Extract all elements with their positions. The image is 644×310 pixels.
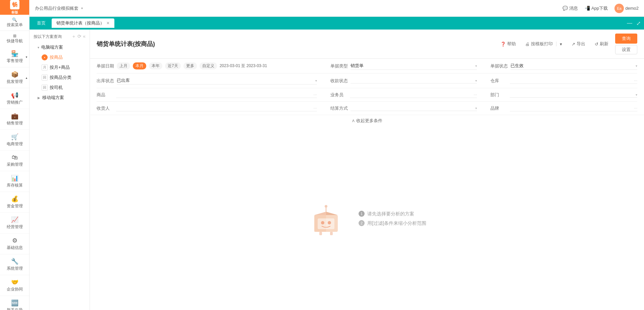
tree-item-by-goods-cat[interactable]: 回 按商品分类	[30, 72, 90, 83]
warehouse-dots: ···	[634, 78, 637, 83]
app-download-action[interactable]: 📲 App下载	[585, 5, 608, 11]
date-tag-this-month[interactable]: 本月	[133, 62, 146, 69]
app-logo: 畅 标版	[0, 0, 29, 15]
tab-close-icon[interactable]: ✕	[106, 21, 110, 25]
sidebar-item-purchase[interactable]: 🛍 采购管理	[0, 151, 29, 171]
panel-actions: ＋ ⟳ «	[71, 34, 86, 40]
doc-status-arrow: ▾	[636, 64, 637, 68]
collect-control[interactable]: ▾	[351, 78, 477, 84]
tab-home-label: 首页	[37, 20, 46, 26]
svg-point-3	[321, 221, 324, 224]
refresh-action[interactable]: ↺ 刷新	[592, 40, 611, 48]
empty-tip-2: 2 用[过滤]条件来缩小分析范围	[359, 218, 426, 228]
doc-status-value: 已生效	[511, 63, 636, 69]
tree-item-by-goods[interactable]: • 按商品	[30, 52, 90, 62]
warehouse-control[interactable]: ···	[510, 78, 637, 84]
sidebar-search[interactable]: 🔍 搜索菜单	[0, 15, 29, 31]
settle-label: 结算方式	[330, 105, 348, 111]
filter-area: 单据日期 上月 本月 本年 近7天 更多 自定义 2023-03-01 至 20…	[90, 59, 644, 115]
message-action[interactable]: 💬 消息	[562, 5, 578, 11]
sidebar-item-retail[interactable]: 🏪 零售管理	[0, 47, 29, 67]
sidebar-item-newbie[interactable]: 🆕 新手引导	[0, 296, 29, 310]
out-status-value: 已出库	[117, 78, 315, 84]
staff-control[interactable]: ···	[350, 92, 477, 98]
breadcrumb-text[interactable]: 办公用品行业模拟账套	[35, 5, 78, 11]
settings-button[interactable]: 设置	[615, 45, 637, 54]
refresh-label: 刷新	[600, 41, 608, 47]
sidebar-item-ecommerce[interactable]: 🛒 电商管理	[0, 130, 29, 151]
print-label-btn[interactable]: 🖨 按模板打印	[523, 40, 555, 48]
tree-goods-cat-icon: 回	[42, 74, 48, 81]
tree-pc-section[interactable]: ▾ 电脑端方案	[30, 42, 90, 52]
panel-title: 按以下方案查询	[34, 34, 62, 40]
date-tag-custom[interactable]: 自定义	[200, 62, 217, 69]
print-dropdown-btn[interactable]: ▾	[557, 40, 565, 48]
sidebar-quick-nav[interactable]: ⊞ 快捷导航	[0, 31, 29, 47]
filter-doc-type: 单据类型 销货单 ▾	[330, 62, 477, 70]
svg-rect-8	[330, 232, 333, 235]
date-tag-more[interactable]: 更多	[183, 62, 197, 69]
sidebar-item-basic[interactable]: ⚙ 基础信息	[0, 234, 29, 254]
panel-refresh-icon[interactable]: ⟳	[77, 34, 82, 40]
tab-maximize-icon[interactable]: ⤢	[636, 19, 641, 27]
panel-collapse-icon[interactable]: «	[83, 34, 86, 40]
help-action[interactable]: ❓ 帮助	[498, 40, 519, 48]
doc-type-label: 单据类型	[330, 63, 348, 69]
sidebar-item-inventory[interactable]: 📊 库存核算	[0, 171, 29, 192]
out-status-arrow: ▾	[315, 79, 317, 83]
filter-dept: 部门 ▾	[490, 92, 637, 98]
filter-brand: 品牌 ···	[490, 105, 637, 111]
collapse-more-row[interactable]: ∧ 收起更多条件	[90, 115, 644, 126]
breadcrumb-dropdown-icon[interactable]: ▾	[81, 6, 83, 10]
panel-add-icon[interactable]: ＋	[71, 34, 76, 40]
tab-stats-label: 销货单统计表（按商品）	[56, 20, 104, 26]
out-status-control[interactable]: 已出库 ▾	[117, 77, 317, 85]
tab-stats[interactable]: 销货单统计表（按商品） ✕	[52, 18, 114, 28]
tree-selected-dot: •	[42, 54, 48, 60]
tree-item-by-month-goods[interactable]: 月 按月+商品	[30, 62, 90, 72]
date-tag-this-year[interactable]: 本年	[149, 62, 162, 69]
system-icon: 🔧	[1, 258, 28, 265]
query-button[interactable]: 查询	[615, 34, 637, 44]
brand-control[interactable]: ···	[510, 105, 637, 111]
date-tag-last-month[interactable]: 上月	[117, 62, 130, 69]
dept-arrow: ▾	[636, 93, 637, 97]
staff-dots: ···	[474, 92, 477, 97]
breadcrumb-area: 办公用品行业模拟账套 ▾	[35, 5, 83, 11]
sidebar-item-enterprise[interactable]: 🤝 企业协同	[0, 275, 29, 296]
dept-control[interactable]: ▾	[510, 92, 637, 98]
doc-type-control[interactable]: 销货单 ▾	[351, 62, 477, 70]
date-tag-7days[interactable]: 近7天	[165, 62, 181, 69]
sidebar-item-finance[interactable]: 💰 资金管理	[0, 192, 29, 213]
tree-driver-icon: 回	[42, 85, 48, 91]
filter-settle: 结算方式 ▾	[330, 105, 477, 111]
doc-status-control[interactable]: 已生效 ▾	[511, 62, 637, 70]
doc-type-value: 销货单	[351, 63, 476, 69]
export-action[interactable]: ↗ 导出	[569, 40, 588, 48]
doc-type-arrow: ▾	[475, 64, 477, 68]
goods-control[interactable]: ···	[116, 92, 317, 98]
sidebar-item-operations[interactable]: 📈 经营管理	[0, 213, 29, 234]
date-label: 单据日期	[97, 63, 114, 69]
user-action[interactable]: Ea demo2	[614, 4, 639, 13]
tab-home[interactable]: 首页	[32, 18, 50, 28]
tree-mobile-section[interactable]: ▶ 移动端方案	[30, 93, 90, 103]
tree-item-by-driver[interactable]: 回 按司机	[30, 83, 90, 93]
dept-label: 部门	[490, 92, 507, 98]
sidebar-item-system[interactable]: 🔧 系统管理	[0, 254, 29, 275]
sidebar-item-wholesale[interactable]: 📦 批发管理	[0, 67, 29, 88]
wholesale-icon: 📦	[1, 71, 28, 78]
sidebar-item-marketing[interactable]: 📢 营销推广	[0, 88, 29, 109]
settle-control[interactable]: ▾	[351, 106, 477, 111]
tip1-text: 请先选择要分析的方案	[367, 209, 414, 218]
tab-bar-actions: — ⤢	[626, 19, 641, 27]
filter-out-status: 出库状态 已出库 ▾	[97, 77, 317, 85]
inventory-icon: 📊	[1, 174, 28, 182]
retail-icon: 🏪	[1, 50, 28, 57]
receiver-control[interactable]: ···	[116, 105, 317, 111]
print-label: 按模板打印	[531, 41, 553, 47]
sidebar-item-sales[interactable]: 💼 销售管理	[0, 109, 29, 130]
tree-item-label: 按商品	[50, 54, 63, 60]
svg-point-6	[325, 205, 327, 208]
tab-minimize-icon[interactable]: —	[626, 19, 633, 27]
